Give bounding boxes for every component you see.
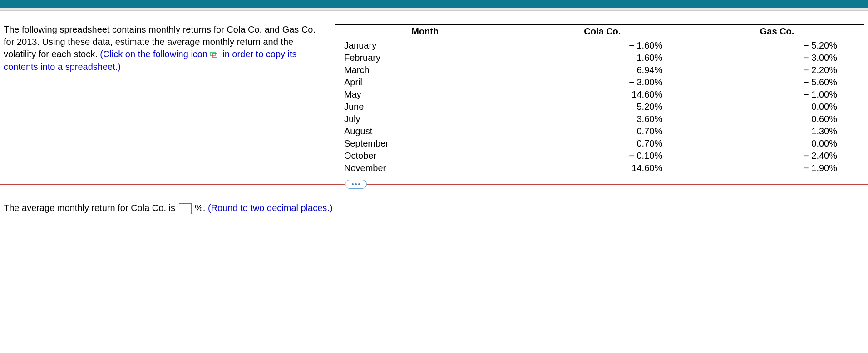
cell-month: September (335, 137, 515, 150)
cell-gas: − 2.20% (690, 64, 864, 76)
table-row: September0.70%0.00% (335, 137, 864, 150)
question-prompt: The following spreadsheet contains month… (4, 24, 321, 174)
cell-gas: − 3.00% (690, 52, 864, 64)
answer-suffix: %. (195, 203, 208, 213)
table-header-row: Month Cola Co. Gas Co. (335, 24, 864, 39)
cell-cola: 5.20% (515, 101, 690, 113)
divider-line (0, 184, 868, 185)
copy-to-spreadsheet-icon[interactable] (210, 49, 218, 61)
table-row: May14.60%− 1.00% (335, 88, 864, 101)
cell-gas: − 5.20% (690, 39, 864, 52)
cell-gas: − 1.00% (690, 88, 864, 101)
cell-cola: 6.94% (515, 64, 690, 76)
cell-cola: 3.60% (515, 113, 690, 125)
question-content: The following spreadsheet contains month… (0, 11, 868, 174)
cell-gas: 0.00% (690, 137, 864, 150)
dot-icon (355, 183, 357, 185)
cell-month: February (335, 52, 515, 64)
cell-month: January (335, 39, 515, 52)
section-divider (0, 184, 868, 185)
cell-month: November (335, 162, 515, 174)
top-bar (0, 0, 868, 8)
table-row: March6.94%− 2.20% (335, 64, 864, 76)
cell-cola: 14.60% (515, 88, 690, 101)
cell-month: March (335, 64, 515, 76)
header-cola: Cola Co. (515, 24, 690, 39)
cell-gas: 0.00% (690, 101, 864, 113)
svg-rect-0 (211, 52, 215, 56)
answer-line: The average monthly return for Cola Co. … (0, 185, 868, 214)
cell-month: August (335, 125, 515, 137)
collapse-toggle[interactable] (345, 180, 367, 189)
data-table-container: Month Cola Co. Gas Co. January− 1.60%− 5… (335, 24, 864, 174)
answer-prefix: The average monthly return for Cola Co. … (4, 203, 178, 213)
cell-month: June (335, 101, 515, 113)
table-row: January− 1.60%− 5.20% (335, 39, 864, 52)
table-row: February1.60%− 3.00% (335, 52, 864, 64)
dot-icon (358, 183, 360, 185)
cell-gas: 1.30% (690, 125, 864, 137)
table-row: November14.60%− 1.90% (335, 162, 864, 174)
svg-rect-1 (212, 54, 217, 57)
cell-cola: − 0.10% (515, 150, 690, 162)
table-row: August0.70%1.30% (335, 125, 864, 137)
cell-gas: − 5.60% (690, 76, 864, 88)
cell-month: April (335, 76, 515, 88)
cell-cola: 0.70% (515, 137, 690, 150)
cell-month: May (335, 88, 515, 101)
cell-cola: − 1.60% (515, 39, 690, 52)
answer-hint: (Round to two decimal places.) (208, 203, 333, 213)
header-month: Month (335, 24, 515, 39)
cell-gas: 0.60% (690, 113, 864, 125)
cell-gas: − 2.40% (690, 150, 864, 162)
table-row: June5.20%0.00% (335, 101, 864, 113)
cell-cola: − 3.00% (515, 76, 690, 88)
answer-input[interactable] (179, 203, 192, 214)
header-gas: Gas Co. (690, 24, 864, 39)
table-row: April− 3.00%− 5.60% (335, 76, 864, 88)
answer-input-wrap (179, 203, 192, 214)
cell-month: July (335, 113, 515, 125)
cell-month: October (335, 150, 515, 162)
table-row: July3.60%0.60% (335, 113, 864, 125)
cell-cola: 0.70% (515, 125, 690, 137)
prompt-instruction-1: (Click on the following icon (100, 49, 210, 59)
returns-table: Month Cola Co. Gas Co. January− 1.60%− 5… (335, 24, 864, 174)
cell-cola: 1.60% (515, 52, 690, 64)
cell-cola: 14.60% (515, 162, 690, 174)
cell-gas: − 1.90% (690, 162, 864, 174)
dot-icon (352, 183, 354, 185)
table-row: October− 0.10%− 2.40% (335, 150, 864, 162)
